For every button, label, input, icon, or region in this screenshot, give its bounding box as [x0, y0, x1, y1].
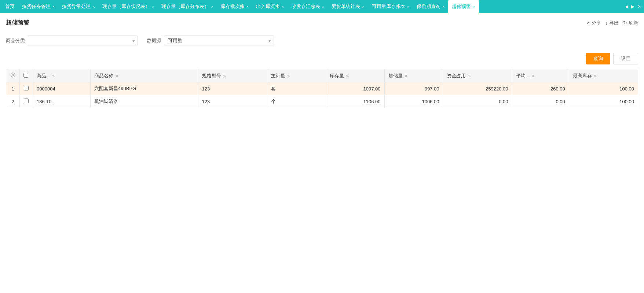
- product-code-1: 0000004: [33, 82, 91, 95]
- nav-tab-inventory-status[interactable]: 现存量（库存状况表） ×: [99, 0, 158, 13]
- nav-tab-close[interactable]: ×: [442, 4, 444, 9]
- query-button[interactable]: 查询: [586, 53, 610, 64]
- nav-tab-close[interactable]: ×: [322, 4, 324, 9]
- row-checkbox-2[interactable]: [20, 95, 33, 108]
- inventory-1: 1097.00: [326, 82, 384, 95]
- nav-tab-collection[interactable]: 收发存汇总表 ×: [288, 0, 328, 13]
- nav-scroll-right[interactable]: ▶: [630, 0, 636, 13]
- refresh-icon: ↻: [623, 20, 627, 26]
- col-overstock-header[interactable]: 超储量 ⇅: [384, 69, 443, 82]
- avg-1: 260.00: [512, 82, 569, 95]
- row-num-2: 2: [6, 95, 20, 108]
- export-button[interactable]: ↓ 导出: [605, 20, 619, 26]
- table-body: 1 0000004 六配套新昌490BPG 123 套 1097.00 997.…: [6, 82, 638, 108]
- sort-icon: ⇅: [52, 74, 55, 78]
- share-icon: ↗: [586, 20, 590, 26]
- product-name-2: 机油滤清器: [91, 95, 198, 108]
- sort-icon: ⇅: [116, 74, 118, 78]
- refresh-label: 刷新: [629, 20, 638, 26]
- nav-tab-label: 现存量（库存分布表）: [161, 3, 209, 10]
- col-spec-header[interactable]: 规格型号 ⇅: [198, 69, 267, 82]
- row-checkbox-1[interactable]: [20, 82, 33, 95]
- nav-tab-available[interactable]: 可用量库存账本 ×: [368, 0, 413, 13]
- col-unit-label: 主计量: [271, 73, 285, 78]
- nav-scroll-left[interactable]: ◀: [623, 0, 630, 13]
- col-avg-header[interactable]: 平均... ⇅: [512, 69, 569, 82]
- nav-tab-inventory-dist[interactable]: 现存量（库存分布表） ×: [158, 0, 217, 13]
- col-checkbox-header[interactable]: [20, 69, 33, 82]
- category-select[interactable]: 全部: [28, 36, 138, 45]
- export-icon: ↓: [605, 20, 608, 26]
- refresh-button[interactable]: ↻ 刷新: [623, 20, 638, 26]
- nav-tab-close[interactable]: ×: [246, 4, 249, 9]
- nav-home[interactable]: 首页: [1, 3, 18, 10]
- unit-1: 套: [267, 82, 326, 95]
- nav-tab-batch[interactable]: 库存批次账 ×: [217, 0, 252, 13]
- nav-tab-close[interactable]: ×: [362, 4, 364, 9]
- nav-tab-close[interactable]: ×: [92, 4, 95, 9]
- svg-point-0: [12, 74, 14, 76]
- nav-tab-overstock[interactable]: 超储预警 ×: [448, 0, 479, 13]
- nav-tab-order-stats[interactable]: 要货单统计表 ×: [328, 0, 368, 13]
- nav-tab-close[interactable]: ×: [473, 4, 475, 9]
- col-product-name-header[interactable]: 商品名称 ⇅: [91, 69, 198, 82]
- sort-icon: ⇅: [594, 74, 597, 78]
- datasource-select[interactable]: 可用量 库存量: [164, 36, 274, 45]
- datasource-label: 数据源: [147, 37, 161, 44]
- col-unit-header[interactable]: 主计量 ⇅: [267, 69, 326, 82]
- col-overstock-label: 超储量: [388, 73, 403, 78]
- share-label: 分享: [592, 20, 601, 26]
- page-header: 超储预警 ↗ 分享 ↓ 导出 ↻ 刷新: [6, 19, 638, 27]
- nav-tab-abnormal[interactable]: 拣货异常处理 ×: [58, 0, 98, 13]
- col-max-stock-header[interactable]: 最高库存 ⇅: [569, 69, 638, 82]
- filter-category: 商品分类 全部: [6, 36, 138, 45]
- col-capital-label: 资金占用: [447, 73, 466, 78]
- row-select-checkbox[interactable]: [24, 99, 29, 103]
- sort-icon: ⇅: [405, 74, 407, 78]
- max-stock-1: 100.00: [569, 82, 638, 95]
- nav-tab-label: 可用量库存账本: [372, 3, 405, 10]
- settings-button[interactable]: 设置: [613, 53, 638, 64]
- button-row: 查询 设置: [6, 53, 638, 64]
- col-inventory-label: 库存量: [330, 73, 344, 78]
- col-inventory-header[interactable]: 库存量 ⇅: [326, 69, 384, 82]
- nav-tab-close[interactable]: ×: [52, 4, 55, 9]
- nav-tab-close[interactable]: ×: [211, 4, 213, 9]
- datasource-select-wrapper: 可用量 库存量: [164, 36, 274, 45]
- share-button[interactable]: ↗ 分享: [586, 20, 601, 26]
- sort-icon: ⇅: [287, 74, 290, 78]
- col-avg-label: 平均...: [516, 73, 530, 78]
- nav-arrows: ◀ ▶ ✕: [623, 0, 643, 13]
- select-all-checkbox[interactable]: [23, 73, 28, 78]
- col-product-code-label: 商品...: [37, 73, 50, 78]
- nav-tab-close[interactable]: ×: [407, 4, 409, 9]
- sort-icon: ⇅: [223, 74, 226, 78]
- page-title: 超储预警: [6, 19, 29, 27]
- nav-close-all[interactable]: ✕: [636, 0, 643, 13]
- product-name-1: 六配套新昌490BPG: [91, 82, 198, 95]
- sort-icon: ⇅: [468, 74, 471, 78]
- col-capital-header[interactable]: 资金占用 ⇅: [443, 69, 512, 82]
- col-gear[interactable]: [6, 69, 20, 82]
- category-select-wrapper: 全部: [28, 36, 138, 45]
- nav-tab-quality[interactable]: 保质期查询 ×: [413, 0, 448, 13]
- nav-tab-task-mgmt[interactable]: 拣货任务管理 ×: [18, 0, 58, 13]
- col-spec-label: 规格型号: [202, 73, 221, 78]
- inventory-2: 1106.00: [326, 95, 384, 108]
- spec-1: 123: [198, 82, 267, 95]
- col-product-name-label: 商品名称: [94, 73, 113, 78]
- row-num-1: 1: [6, 82, 20, 95]
- capital-2: 0.00: [443, 95, 512, 108]
- nav-tab-label: 超储预警: [452, 3, 471, 10]
- nav-tab-label: 出入库流水: [256, 3, 280, 10]
- nav-tab-close[interactable]: ×: [152, 4, 154, 9]
- nav-tab-close[interactable]: ×: [282, 4, 284, 9]
- nav-tab-label: 要货单统计表: [332, 3, 360, 10]
- filter-row: 商品分类 全部 数据源 可用量 库存量: [6, 33, 638, 48]
- page-content: 超储预警 ↗ 分享 ↓ 导出 ↻ 刷新 商品分类 全部: [0, 13, 644, 293]
- col-product-code-header[interactable]: 商品... ⇅: [33, 69, 91, 82]
- row-select-checkbox[interactable]: [24, 86, 29, 90]
- table-row: 1 0000004 六配套新昌490BPG 123 套 1097.00 997.…: [6, 82, 638, 95]
- nav-tab-inout-flow[interactable]: 出入库流水 ×: [252, 0, 288, 13]
- nav-tab-label: 现存量（库存状况表）: [102, 3, 150, 10]
